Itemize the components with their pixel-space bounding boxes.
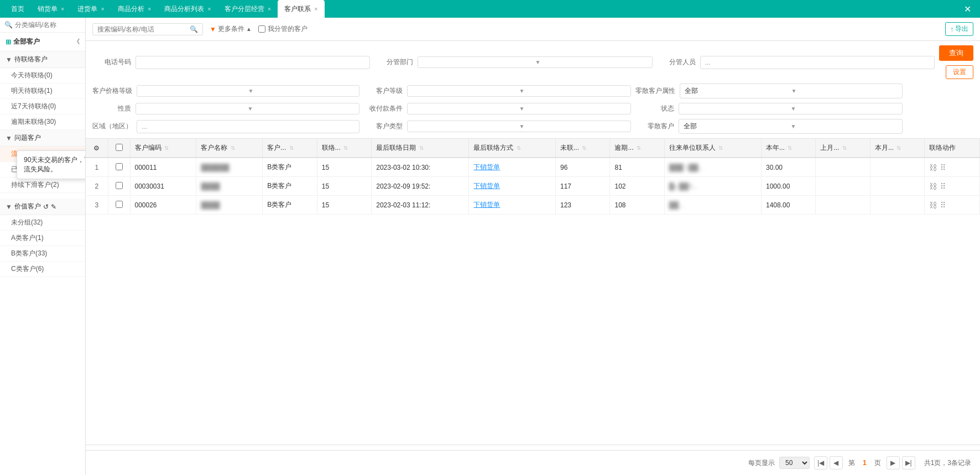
sidebar-item-ungrouped[interactable]: 未分组(32) bbox=[0, 215, 85, 231]
row-unit-1: ███ 1██... bbox=[664, 158, 761, 177]
tab-close-customer-tier[interactable]: × bbox=[268, 6, 271, 12]
horizontal-scroll-bar[interactable] bbox=[86, 445, 980, 450]
more-conditions-toggle[interactable]: ▼ 更多条件 ▲ bbox=[210, 24, 252, 34]
zero-customer-select[interactable]: 全部 ▼ bbox=[679, 119, 903, 134]
row-last-type-2[interactable]: 下销货单 bbox=[469, 177, 556, 196]
sidebar-group-pending[interactable]: ▼ 待联络客户 bbox=[0, 51, 85, 68]
sort-icon-last-type[interactable]: ⇅ bbox=[517, 145, 521, 151]
settings-button[interactable]: 设置 bbox=[946, 65, 973, 79]
sidebar-item-class-c[interactable]: C类客户(6) bbox=[0, 262, 85, 277]
tab-close-customer-contact[interactable]: × bbox=[314, 6, 317, 12]
region-input[interactable]: ... bbox=[137, 120, 359, 133]
prev-page-button[interactable]: ◀ bbox=[830, 456, 843, 469]
row-last-type-1[interactable]: 下销货单 bbox=[469, 158, 556, 177]
filter-row-3: 性质 ▼ 收付款条件 ▼ 状态 ▼ bbox=[92, 103, 973, 114]
sidebar-item-class-a[interactable]: A类客户(1) bbox=[0, 231, 85, 246]
col-checkbox bbox=[108, 139, 130, 158]
sidebar-group-value[interactable]: ▼ 价值客户 ↺ ✎ bbox=[0, 199, 85, 215]
sort-icon-year[interactable]: ⇅ bbox=[788, 145, 792, 151]
sort-icon-code[interactable]: ⇅ bbox=[164, 145, 169, 151]
last-page-button[interactable]: ▶| bbox=[902, 456, 915, 469]
tab-close-product-list[interactable]: × bbox=[207, 6, 211, 12]
row-checkbox-2[interactable] bbox=[116, 182, 123, 189]
next-page-button[interactable]: ▶ bbox=[887, 456, 900, 469]
row-check-2[interactable] bbox=[108, 177, 130, 196]
dept-select[interactable]: ▼ bbox=[418, 56, 652, 68]
price-level-select[interactable]: ▼ bbox=[137, 85, 359, 97]
status-select[interactable]: ▼ bbox=[679, 103, 903, 114]
payment-select[interactable]: ▼ bbox=[407, 103, 631, 114]
menu-icon-1[interactable]: ⠿ bbox=[940, 163, 946, 172]
tab-close-product-analysis[interactable]: × bbox=[148, 6, 151, 12]
payment-label: 收付款条件 bbox=[364, 104, 403, 113]
row-action-3: ⛓ ⠿ bbox=[925, 196, 980, 215]
row-check-1[interactable] bbox=[108, 158, 130, 177]
sidebar-group-problem[interactable]: ▼ 问题客户 bbox=[0, 130, 85, 147]
tab-customer-tier[interactable]: 客户分层经营 × bbox=[218, 0, 278, 18]
tab-close-purchase[interactable]: × bbox=[101, 6, 104, 12]
phone-input[interactable] bbox=[135, 56, 370, 69]
dept-label: 分管部门 bbox=[374, 58, 413, 67]
sidebar-item-class-b[interactable]: B类客户(33) bbox=[0, 246, 85, 262]
row-name-1: ██████ bbox=[196, 158, 263, 177]
link-icon-3[interactable]: ⛓ bbox=[929, 201, 937, 210]
query-button[interactable]: 查询 bbox=[939, 45, 973, 61]
menu-icon-2[interactable]: ⠿ bbox=[940, 182, 946, 191]
sidebar-item-tomorrow-pending[interactable]: 明天待联络(1) bbox=[0, 83, 85, 99]
sort-icon-contact[interactable]: ⇅ bbox=[343, 145, 348, 151]
sidebar-collapse-icon[interactable]: 《 bbox=[74, 38, 80, 46]
sort-icon-unlink[interactable]: ⇅ bbox=[582, 145, 586, 151]
person-label: 分管人员 bbox=[657, 58, 696, 67]
sidebar-item-today-pending[interactable]: 今天待联络(0) bbox=[0, 68, 85, 83]
tab-sales-order[interactable]: 销货单 × bbox=[31, 0, 71, 18]
col-settings[interactable]: ⚙ bbox=[86, 139, 108, 158]
first-page-button[interactable]: |◀ bbox=[814, 456, 827, 469]
page-navigation: |◀ ◀ 第 1 页 ▶ ▶| bbox=[814, 456, 915, 469]
select-all-checkbox[interactable] bbox=[116, 144, 123, 151]
person-input[interactable]: ... bbox=[700, 56, 935, 69]
tab-close-sales[interactable]: × bbox=[61, 6, 64, 12]
link-icon-1[interactable]: ⛓ bbox=[929, 163, 937, 172]
sort-icon-last-month[interactable]: ⇅ bbox=[842, 145, 847, 151]
customer-level-select[interactable]: ▼ bbox=[407, 85, 631, 97]
search-input[interactable] bbox=[97, 25, 187, 33]
tab-home[interactable]: 首页 bbox=[4, 0, 31, 18]
sort-icon-last-date[interactable]: ⇅ bbox=[419, 145, 424, 151]
tab-customer-contact[interactable]: 客户联系 × bbox=[278, 0, 324, 18]
tab-purchase-order[interactable]: 进货单 × bbox=[71, 0, 111, 18]
refresh-icon[interactable]: ↺ bbox=[43, 203, 49, 211]
sort-icon-type[interactable]: ⇅ bbox=[289, 145, 294, 151]
sidebar-item-7days-pending[interactable]: 近7天待联络(0) bbox=[0, 99, 85, 114]
row-code-2: 00030031 bbox=[130, 177, 196, 196]
search-submit-icon[interactable]: 🔍 bbox=[190, 25, 198, 33]
menu-icon-3[interactable]: ⠿ bbox=[940, 201, 946, 210]
sidebar-all-customers[interactable]: ⊞ 全部客户 《 bbox=[0, 33, 85, 51]
sort-icon-overdue[interactable]: ⇅ bbox=[637, 145, 641, 151]
sidebar-item-declining[interactable]: 持续下滑客户(2) bbox=[0, 178, 85, 193]
sidebar-search-input[interactable] bbox=[15, 21, 86, 29]
gender-select[interactable]: ▼ bbox=[135, 103, 359, 114]
my-customers-filter[interactable]: 我分管的客户 bbox=[258, 24, 307, 34]
my-customers-checkbox[interactable] bbox=[258, 25, 265, 33]
row-last-type-3[interactable]: 下销货单 bbox=[469, 196, 556, 215]
sort-icon-unit[interactable]: ⇅ bbox=[718, 145, 723, 151]
tab-product-analysis[interactable]: 商品分析 × bbox=[111, 0, 158, 18]
sort-icon-this-month[interactable]: ⇅ bbox=[896, 145, 901, 151]
export-button[interactable]: ↑ 导出 bbox=[945, 22, 973, 36]
sidebar-item-overdue-pending[interactable]: 逾期未联络(30) bbox=[0, 114, 85, 130]
row-checkbox-1[interactable] bbox=[116, 163, 123, 170]
sort-icon-name[interactable]: ⇅ bbox=[231, 145, 235, 151]
table-settings-icon[interactable]: ⚙ bbox=[93, 144, 100, 152]
link-icon-2[interactable]: ⛓ bbox=[929, 182, 937, 191]
per-page-select[interactable]: 50 20 100 bbox=[779, 457, 810, 469]
edit-icon[interactable]: ✎ bbox=[51, 203, 56, 211]
row-checkbox-3[interactable] bbox=[116, 201, 123, 208]
filter-dept: 分管部门 ▼ bbox=[374, 56, 652, 68]
tab-product-analysis-list[interactable]: 商品分析列表 × bbox=[158, 0, 217, 18]
sidebar-search-icon: 🔍 bbox=[4, 21, 13, 29]
grid-icon: ⊞ bbox=[6, 38, 11, 46]
customer-type-select[interactable]: ▼ bbox=[407, 121, 631, 132]
window-close-button[interactable]: ✕ bbox=[960, 4, 976, 14]
zero-attr-select[interactable]: 全部 ▼ bbox=[680, 83, 903, 98]
row-check-3[interactable] bbox=[108, 196, 130, 215]
